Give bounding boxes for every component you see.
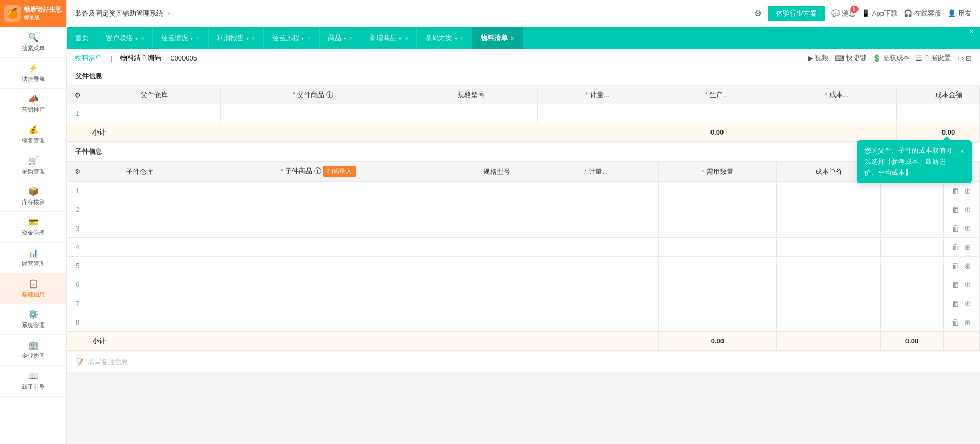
tab-goods-close[interactable]: × xyxy=(349,35,352,41)
sidebar-item-operation[interactable]: 📊 经营管理 xyxy=(0,243,66,273)
child-row-7-unit[interactable] xyxy=(549,294,643,313)
child-row-4-qty[interactable] xyxy=(658,238,776,257)
child-row-4-warehouse[interactable] xyxy=(88,238,192,257)
child-row-2-qty[interactable] xyxy=(658,200,776,219)
message-button[interactable]: 💬 消息 6 xyxy=(831,9,855,18)
child-row-3-warehouse[interactable] xyxy=(88,219,192,238)
child-row-6-unit-cost[interactable] xyxy=(777,275,881,294)
child-row-4-goods[interactable] xyxy=(192,238,445,257)
sidebar-item-quick-nav[interactable]: ⚡ 快捷导航 xyxy=(0,58,66,89)
parent-row-1-cost[interactable] xyxy=(777,104,896,123)
tab-bom[interactable]: 物料清单 × xyxy=(472,27,523,49)
child-row-7-warehouse[interactable] xyxy=(88,294,192,313)
child-row-7-spec[interactable] xyxy=(445,294,549,313)
child-row-2-warehouse[interactable] xyxy=(88,200,192,219)
tab-history[interactable]: 经营历程 ▾ × xyxy=(264,27,319,49)
copy-icon-row-3[interactable]: ⊕ xyxy=(964,224,971,233)
tab-bom-close[interactable]: × xyxy=(511,35,514,41)
child-row-8-warehouse[interactable] xyxy=(88,313,192,332)
parent-col-settings[interactable]: ⚙ xyxy=(67,86,88,104)
child-row-3-spec[interactable] xyxy=(445,219,549,238)
child-row-1-goods[interactable] xyxy=(192,182,445,200)
tab-add-goods[interactable]: 新增商品 ▾ × xyxy=(361,27,416,49)
shortcut-button[interactable]: ⌨ 快捷键 xyxy=(835,53,866,63)
sidebar-item-guide[interactable]: 📖 新手引导 xyxy=(0,366,66,397)
next-arrow[interactable]: › xyxy=(962,54,964,62)
sidebar-item-enterprise[interactable]: 🏢 企业协同 xyxy=(0,335,66,366)
child-row-1-spec[interactable] xyxy=(445,182,549,200)
child-row-4-unit[interactable] xyxy=(549,238,643,257)
child-row-6-warehouse[interactable] xyxy=(88,275,192,294)
tab-customer-close[interactable]: × xyxy=(141,35,144,41)
child-row-2-spec[interactable] xyxy=(445,200,549,219)
child-row-6-goods[interactable] xyxy=(192,275,445,294)
tab-operation-status[interactable]: 经营情况 ▾ × xyxy=(153,27,208,49)
parent-row-1-warehouse[interactable] xyxy=(88,104,221,123)
parent-row-1-produce[interactable] xyxy=(657,104,777,123)
delete-icon-row-6[interactable]: 🗑 xyxy=(952,280,960,289)
cost-button[interactable]: 💲 提取成本 xyxy=(873,53,910,63)
tab-add-goods-close[interactable]: × xyxy=(405,35,408,41)
sidebar-item-basic-info[interactable]: 📋 基础信息 xyxy=(0,273,66,304)
child-row-8-unit-cost[interactable] xyxy=(777,313,881,332)
child-row-4-unit-cost[interactable] xyxy=(777,238,881,257)
copy-icon-row-1[interactable]: ⊕ xyxy=(964,186,971,195)
child-row-1-qty[interactable] xyxy=(658,182,776,200)
notes-placeholder[interactable]: 填写备注信息 xyxy=(88,357,128,367)
scan-button[interactable]: 扫码录入 xyxy=(323,166,356,177)
sidebar-item-finance[interactable]: 💳 资金管理 xyxy=(0,212,66,243)
child-row-1-unit[interactable] xyxy=(549,182,643,200)
delete-icon-row-1[interactable]: 🗑 xyxy=(952,186,960,195)
app-download-button[interactable]: 📱 App下载 xyxy=(862,9,898,18)
child-row-7-goods[interactable] xyxy=(192,294,445,313)
parent-row-1-spec[interactable] xyxy=(405,104,538,123)
sidebar-item-inventory[interactable]: 📦 库存核算 xyxy=(0,181,66,212)
delete-icon-row-3[interactable]: 🗑 xyxy=(952,224,960,233)
child-row-3-unit[interactable] xyxy=(549,219,643,238)
sidebar-item-search[interactable]: 🔍 搜索菜单 xyxy=(0,27,66,58)
delete-icon-row-8[interactable]: 🗑 xyxy=(952,318,960,327)
sidebar-item-marketing[interactable]: 📣 营销推广 xyxy=(0,89,66,119)
parent-row-1-unit[interactable] xyxy=(538,104,657,123)
child-row-5-warehouse[interactable] xyxy=(88,257,192,275)
child-row-3-qty[interactable] xyxy=(658,219,776,238)
child-row-8-spec[interactable] xyxy=(445,313,549,332)
child-row-2-unit-cost[interactable] xyxy=(777,200,881,219)
video-button[interactable]: ▶ 视频 xyxy=(808,53,828,63)
child-row-8-goods[interactable] xyxy=(192,313,445,332)
sidebar-item-purchase[interactable]: 🛒 采购管理 xyxy=(0,150,66,181)
tab-profit-close[interactable]: × xyxy=(252,35,255,41)
child-row-5-qty[interactable] xyxy=(658,257,776,275)
delete-icon-row-2[interactable]: 🗑 xyxy=(952,205,960,214)
child-row-2-goods[interactable] xyxy=(192,200,445,219)
child-row-5-unit-cost[interactable] xyxy=(777,257,881,275)
child-row-4-spec[interactable] xyxy=(445,238,549,257)
child-row-3-unit-cost[interactable] xyxy=(777,219,881,238)
child-row-5-goods[interactable] xyxy=(192,257,445,275)
online-service-button[interactable]: 🎧 在线客服 xyxy=(904,9,941,18)
child-row-1-warehouse[interactable] xyxy=(88,182,192,200)
grid-view-icon[interactable]: ⊞ xyxy=(966,54,972,62)
child-row-8-qty[interactable] xyxy=(658,313,776,332)
trial-button[interactable]: 体验行业方案 xyxy=(768,6,825,21)
settings-gear-icon[interactable]: ⚙ xyxy=(754,8,762,18)
child-row-8-unit[interactable] xyxy=(549,313,643,332)
tab-barcode[interactable]: 条码方案 ▾ × xyxy=(417,27,472,49)
tab-operation-close[interactable]: × xyxy=(196,35,199,41)
tab-history-close[interactable]: × xyxy=(307,35,310,41)
child-row-2-unit[interactable] xyxy=(549,200,643,219)
child-row-7-unit-cost[interactable] xyxy=(777,294,881,313)
close-all-tabs[interactable]: × xyxy=(963,27,980,49)
copy-icon-row-6[interactable]: ⊕ xyxy=(964,280,971,289)
delete-icon-row-7[interactable]: 🗑 xyxy=(952,299,960,308)
prev-arrow[interactable]: ‹ xyxy=(957,54,959,62)
delete-icon-row-5[interactable]: 🗑 xyxy=(952,261,960,270)
child-row-7-qty[interactable] xyxy=(658,294,776,313)
tooltip-close-button[interactable]: × xyxy=(960,146,964,157)
tab-home[interactable]: 首页 xyxy=(67,27,97,49)
tab-barcode-close[interactable]: × xyxy=(460,35,463,41)
child-row-6-unit[interactable] xyxy=(549,275,643,294)
copy-icon-row-4[interactable]: ⊕ xyxy=(964,243,971,251)
copy-icon-row-5[interactable]: ⊕ xyxy=(964,261,971,270)
single-setting-button[interactable]: ☰ 单据设置 xyxy=(916,53,951,63)
